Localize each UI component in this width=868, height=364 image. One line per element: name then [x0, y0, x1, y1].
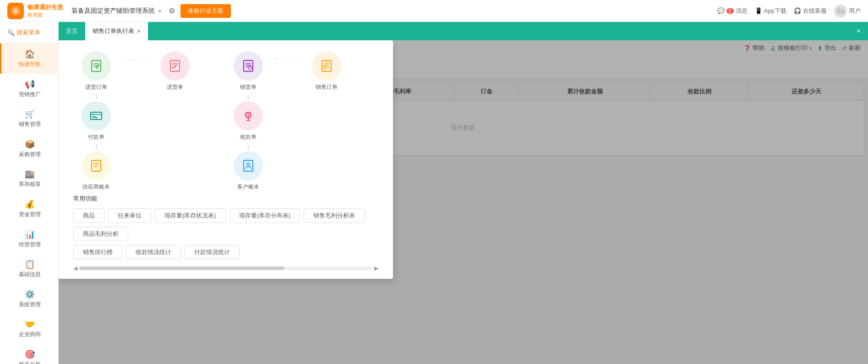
circle-payment-bill: ¥ — [82, 101, 111, 130]
system-title: 装备及固定资产辅助管理系统 — [71, 7, 155, 15]
flow-sales-order-col: 销售订单 — [304, 51, 349, 91]
sidebar-item-finance[interactable]: 💰 资金管理 — [0, 194, 58, 224]
sidebar-item-label: 库存核算 — [19, 181, 41, 188]
arrow-down-3: ↓ — [94, 142, 98, 150]
sidebar-item-marketing[interactable]: 📢 营销推广 — [0, 74, 58, 104]
func-btn-8[interactable]: 付款情况统计 — [185, 245, 240, 260]
scrollbar-track[interactable] — [79, 266, 372, 270]
modal-scrollbar: ◀ ▶ — [73, 265, 378, 272]
sidebar-item-label: 营销推广 — [19, 91, 41, 98]
func-btns-row1: 商品 往来单位 现存量(库存状况表) 现存量(库存分布表) 销售毛利分析表 商品… — [73, 208, 378, 241]
app-download-item[interactable]: 📱 App下载 — [755, 7, 786, 15]
circle-customer-account — [234, 151, 263, 180]
app-container: 6 畅康通好生意 标准版 装备及固定资产辅助管理系统 ▾ ⚙ 体验行业方案 💬 … — [0, 0, 868, 364]
sidebar-search: 🔍 搜索菜单 — [0, 22, 58, 43]
sidebar-item-label: 系统管理 — [19, 301, 41, 309]
top-bar: 6 畅康通好生意 标准版 装备及固定资产辅助管理系统 ▾ ⚙ 体验行业方案 💬 … — [0, 0, 868, 22]
flow-connector-2: ← - - - - - — [271, 51, 304, 133]
search-menu-button[interactable]: 🔍 搜索菜单 — [4, 27, 55, 38]
node-receipt-bill[interactable]: ¥ 收款单 — [225, 101, 271, 141]
system-dropdown[interactable]: ▾ — [158, 8, 161, 14]
quick-nav-icon: 🏠 — [25, 49, 35, 59]
sales-icon: 🛒 — [25, 109, 35, 119]
user-item[interactable]: Ea 用户 — [834, 5, 861, 17]
logo-icon: 6 — [7, 3, 24, 19]
func-btn-2[interactable]: 现存量(库存状况表) — [155, 208, 226, 223]
sidebar-item-label: 新手引导 — [19, 361, 41, 364]
corp-icon: 🤝 — [25, 319, 35, 329]
func-btn-1[interactable]: 往来单位 — [108, 208, 151, 223]
sidebar: 🔍 搜索菜单 🏠 快捷导航 📢 营销推广 🛒 销售管理 📦 — [0, 22, 59, 364]
sidebar-item-label: 基础信息 — [19, 271, 41, 278]
trial-button[interactable]: 体验行业方案 — [180, 4, 231, 18]
sidebar-item-basic[interactable]: 📋 基础信息 — [0, 254, 58, 284]
common-func-title: 常用功能 — [73, 195, 378, 203]
circle-receipt-bill: ¥ — [234, 101, 263, 130]
node-customer-account[interactable]: 客户账本 — [225, 151, 271, 191]
node-payment-bill[interactable]: ¥ 付款单 — [73, 101, 119, 141]
user-name: 用户 — [849, 7, 861, 15]
circle-purchase-bill — [160, 51, 190, 81]
func-btn-4[interactable]: 销售毛利分析表 — [304, 208, 365, 223]
basic-icon: 📋 — [25, 259, 35, 269]
svg-rect-29 — [322, 60, 331, 71]
sidebar-item-operation[interactable]: 📊 经营管理 — [0, 224, 58, 254]
online-service-item[interactable]: 🎧 在线客服 — [794, 7, 827, 15]
sidebar-item-system[interactable]: ⚙️ 系统管理 — [0, 284, 58, 314]
modal-overlay[interactable]: 进货订单 ↓ ¥ 付款单 — [59, 40, 868, 364]
circle-purchase-order — [82, 51, 111, 81]
avatar: Ea — [834, 5, 847, 17]
circle-sales-order — [312, 51, 341, 81]
content-area: 首页 销售订单执行表 × × ❓ 帮助 🖨 — [59, 22, 868, 364]
arrow-down-1: ↓ — [94, 92, 98, 100]
node-sales-order[interactable]: 销售订单 — [304, 51, 349, 91]
sidebar-item-label: 采购管理 — [19, 151, 41, 158]
flow-diagram: 进货订单 ↓ ¥ 付款单 — [73, 51, 378, 191]
message-label: 消息 — [736, 7, 748, 15]
func-btn-3[interactable]: 现存量(库存分布表) — [229, 208, 300, 223]
top-bar-center: 装备及固定资产辅助管理系统 ▾ ⚙ 体验行业方案 — [66, 4, 717, 18]
scroll-right-icon[interactable]: ▶ — [374, 265, 378, 272]
sidebar-item-corp[interactable]: 🤝 企业协同 — [0, 314, 58, 344]
logo-text: 畅康通好生意 标准版 — [27, 4, 63, 18]
node-supplier-account[interactable]: 供应商账本 — [73, 151, 119, 191]
node-purchase-order[interactable]: 进货订单 — [73, 51, 119, 91]
flow-left-col: 进货订单 ↓ ¥ 付款单 — [73, 51, 119, 191]
tab-home[interactable]: 首页 — [59, 22, 85, 40]
settings-icon[interactable]: ⚙ — [169, 6, 175, 15]
tab-close-icon[interactable]: × — [137, 27, 141, 35]
svg-point-28 — [247, 163, 250, 166]
svg-rect-14 — [170, 60, 180, 71]
sidebar-item-quick-nav[interactable]: 🏠 快捷导航 — [0, 43, 58, 74]
sidebar-item-label: 资金管理 — [19, 211, 41, 218]
func-btn-0[interactable]: 商品 — [73, 208, 104, 223]
node-sales-bill[interactable]: 销货单 — [225, 51, 271, 91]
phone-icon: 📱 — [755, 7, 762, 14]
sidebar-item-guide[interactable]: 🎯 新手引导 — [0, 344, 58, 364]
func-btn-7[interactable]: 收款情况统计 — [126, 245, 181, 260]
message-item[interactable]: 💬 5 消息 — [717, 7, 748, 15]
finance-icon: 💰 — [25, 199, 35, 209]
sidebar-item-sales[interactable]: 🛒 销售管理 — [0, 103, 58, 134]
message-icon: 💬 — [717, 7, 725, 14]
arrow-down-4: ↓ — [246, 142, 250, 150]
sidebar-item-inventory[interactable]: 🏬 库存核算 — [0, 163, 58, 194]
func-btns-row2: 销售排行榜 收款情况统计 付款情况统计 — [73, 245, 378, 260]
operation-icon: 📊 — [25, 229, 35, 239]
page-content: ❓ 帮助 🖨 按模板打印 ▾ ⬆ 导出 ↺ 刷新 — [59, 40, 868, 364]
sidebar-item-purchase[interactable]: 📦 采购管理 — [0, 134, 58, 164]
node-purchase-bill[interactable]: 进货单 — [152, 51, 198, 91]
service-icon: 🎧 — [794, 7, 801, 14]
svg-rect-10 — [92, 160, 101, 171]
tab-bar-close-button[interactable]: × — [849, 22, 868, 40]
func-btn-5[interactable]: 商品毛利分析 — [73, 227, 128, 241]
func-btn-6[interactable]: 销售排行榜 — [73, 245, 122, 260]
svg-text:6: 6 — [14, 8, 17, 14]
guide-icon: 🎯 — [25, 349, 35, 359]
sidebar-item-label: 销售管理 — [19, 121, 41, 128]
search-icon: 🔍 — [7, 29, 15, 36]
common-functions: 常用功能 商品 往来单位 现存量(库存状况表) 现存量(库存分布表) 销售毛利分… — [73, 195, 378, 260]
tab-sales-exec[interactable]: 销售订单执行表 × — [85, 22, 148, 40]
scroll-left-icon[interactable]: ◀ — [73, 265, 77, 272]
svg-rect-17 — [244, 60, 253, 71]
